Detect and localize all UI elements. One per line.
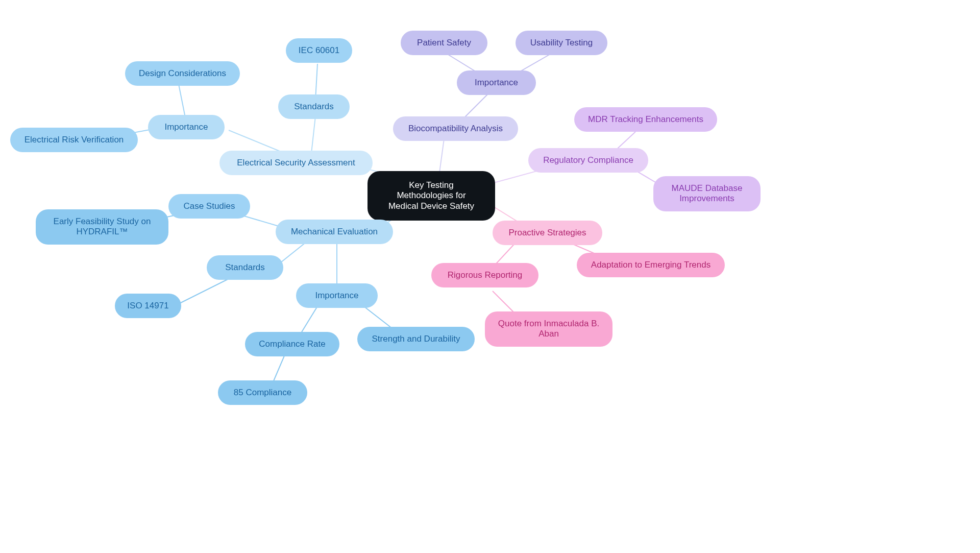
branch-proactive[interactable]: Proactive Strategies [493, 221, 602, 245]
node-design-considerations[interactable]: Design Considerations [125, 61, 240, 86]
node-strength-durability[interactable]: Strength and Durability [357, 327, 475, 351]
node-mechanical-importance[interactable]: Importance [296, 283, 378, 308]
branch-mechanical[interactable]: Mechanical Evaluation [276, 220, 393, 244]
node-electrical-standards[interactable]: Standards [278, 94, 350, 119]
node-usability-testing[interactable]: Usability Testing [516, 31, 607, 55]
node-85-compliance[interactable]: 85 Compliance [218, 380, 307, 405]
node-electrical-importance[interactable]: Importance [148, 115, 225, 139]
center-node[interactable]: Key Testing Methodologies for Medical De… [368, 171, 495, 221]
svg-line-18 [464, 92, 490, 117]
node-quote-aban[interactable]: Quote from Inmaculada B. Aban [485, 311, 612, 347]
node-rigorous-reporting[interactable]: Rigorous Reporting [431, 263, 538, 287]
svg-line-13 [179, 278, 230, 304]
branch-biocompatibility[interactable]: Biocompatibility Analysis [393, 116, 518, 141]
node-compliance-rate[interactable]: Compliance Rate [245, 332, 339, 356]
node-hydrafil-study[interactable]: Early Feasibility Study on HYDRAFIL™ [36, 209, 168, 245]
node-maude-database[interactable]: MAUDE Database Improvements [653, 176, 761, 211]
node-electrical-risk-verification[interactable]: Electrical Risk Verification [10, 128, 138, 152]
node-biocomp-importance[interactable]: Importance [457, 70, 536, 95]
node-iec-60601[interactable]: IEC 60601 [286, 38, 352, 63]
branch-electrical[interactable]: Electrical Security Assessment [219, 151, 373, 175]
node-mdr-tracking[interactable]: MDR Tracking Enhancements [574, 107, 717, 132]
node-adaptation-trends[interactable]: Adaptation to Emerging Trends [577, 253, 725, 277]
svg-line-6 [311, 116, 315, 153]
mindmap-canvas: Key Testing Methodologies for Medical De… [0, 0, 980, 553]
node-iso-14971[interactable]: ISO 14971 [115, 294, 181, 318]
node-case-studies[interactable]: Case Studies [168, 194, 250, 219]
node-mechanical-standards[interactable]: Standards [207, 255, 283, 280]
node-patient-safety[interactable]: Patient Safety [401, 31, 487, 55]
branch-regulatory[interactable]: Regulatory Compliance [528, 148, 648, 173]
